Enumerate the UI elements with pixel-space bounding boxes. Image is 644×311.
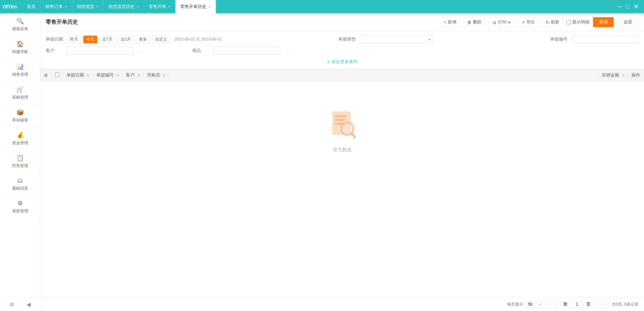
collapse-button[interactable]: ∧ 收起更多条件: [327, 59, 358, 65]
page-input[interactable]: [570, 301, 584, 308]
col-customer[interactable]: 客户 ⇅: [122, 69, 144, 81]
doc-type-select-wrapper: [360, 35, 434, 43]
customer-input[interactable]: [66, 47, 134, 55]
select-all-checkbox[interactable]: [55, 72, 59, 77]
sidebar-item-search[interactable]: 🔍 搜索采单: [0, 13, 40, 36]
display-detail-checkbox[interactable]: [566, 20, 571, 24]
close-icon[interactable]: ✕: [634, 3, 639, 10]
sidebar-item-purchase[interactable]: 🛒 采购管理: [0, 82, 40, 105]
tab-close-sales-return-history[interactable]: ×: [137, 4, 139, 9]
filter-row-1: 单据日期 昨天 今天 近7天 近1月 更多 自定义 2023-06-02 至 2…: [46, 35, 639, 43]
toolbar: + 新增 🗑 删除 🖨 打印 ▾ ↗ 导出 ↻ 刷新: [440, 17, 639, 28]
per-page-select[interactable]: 20 50 100 200: [526, 301, 542, 308]
prev-page-button[interactable]: ‹: [554, 301, 560, 308]
last-page-button[interactable]: »: [602, 301, 609, 308]
sidebar-item-quick-nav[interactable]: 🏠 快捷导航: [0, 36, 40, 59]
tab-close-sales-order[interactable]: ×: [65, 4, 67, 9]
per-page-label: 每页显示: [507, 302, 523, 307]
col-spacer: [169, 69, 598, 81]
sidebar-item-operations[interactable]: 📋 经营管理: [0, 150, 40, 173]
col-salesperson-sort: ⇅: [163, 73, 165, 77]
date-custom[interactable]: 自定义: [152, 36, 170, 43]
date-last-month[interactable]: 近1月: [118, 36, 134, 43]
sidebar-icon-search: 🔍: [16, 17, 24, 25]
doc-type-select[interactable]: [360, 35, 434, 43]
tab-close-sales-return[interactable]: ×: [96, 4, 99, 9]
sidebar-bottom: ⚙ ◀: [0, 298, 40, 311]
refresh-icon: ↻: [546, 20, 549, 25]
tab-home[interactable]: 首页: [22, 0, 41, 13]
sidebar-icon-finance: 💰: [16, 132, 24, 139]
add-label: 新增: [448, 19, 456, 25]
sidebar-item-basic-info[interactable]: 🗂 基础信息: [0, 173, 40, 196]
col-operation: 操作: [628, 69, 644, 81]
next-page-button[interactable]: ›: [593, 301, 599, 308]
date-more[interactable]: 更多: [136, 36, 150, 43]
empty-icon: [326, 108, 359, 142]
table-header-row: ⚙ 单据日期 ⇅ 单据编号 ⇅ 客户: [41, 69, 644, 81]
col-checkbox[interactable]: [52, 69, 63, 81]
settings-button[interactable]: 设置: [617, 17, 639, 28]
sidebar-icon-operations: 📋: [16, 154, 24, 162]
col-doc-no[interactable]: 单据编号 ⇅: [93, 69, 122, 81]
print-dropdown-icon: ▾: [508, 20, 510, 25]
main-layout: 🔍 搜索采单 🏠 快捷导航 📊 销售管理 🛒 采购管理 📦 库存核算 💰 资金管…: [0, 13, 644, 311]
brand-logo: OfTEn: [3, 4, 17, 9]
product-label: 商品: [192, 48, 209, 54]
svg-rect-3: [335, 123, 343, 124]
print-button[interactable]: 🖨 打印 ▾: [489, 17, 514, 27]
sidebar: 🔍 搜索采单 🏠 快捷导航 📊 销售管理 🛒 采购管理 📦 库存核算 💰 资金管…: [0, 13, 40, 311]
date-today[interactable]: 今天: [83, 36, 97, 43]
tab-retail-open[interactable]: 零售开单×: [144, 0, 176, 13]
sidebar-item-inventory[interactable]: 📦 库存核算: [0, 105, 40, 127]
customer-label: 客户: [46, 48, 62, 54]
product-picker-icon[interactable]: ...: [284, 48, 291, 53]
col-actual-amount[interactable]: 实销金额 ⇅: [598, 69, 628, 81]
col-actual-amount-sort: ⇅: [622, 73, 625, 77]
tab-retail-open-history[interactable]: 零售开单历史×: [176, 0, 216, 13]
col-settings[interactable]: ⚙: [41, 69, 52, 81]
tab-sales-return[interactable]: 销货退货×: [72, 0, 104, 13]
query-button[interactable]: 查询: [593, 17, 614, 27]
refresh-label: 刷新: [551, 19, 559, 25]
sidebar-label-basic-info: 基础信息: [12, 186, 28, 191]
sidebar-label-finance: 资金管理: [12, 140, 28, 146]
sidebar-collapse-icon[interactable]: ◀: [27, 301, 31, 308]
display-detail-toggle[interactable]: 显示明细: [566, 19, 590, 25]
tab-close-retail-open[interactable]: ×: [168, 4, 170, 9]
sidebar-icon-basic-info: 🗂: [17, 177, 23, 184]
date-last7[interactable]: 近7天: [99, 36, 116, 43]
col-doc-date[interactable]: 单据日期 ⇅: [63, 69, 93, 81]
sidebar-item-sales[interactable]: 📊 销售管理: [0, 59, 40, 82]
customer-picker-icon[interactable]: ...: [138, 48, 144, 53]
tab-close-retail-open-history[interactable]: ×: [208, 4, 211, 9]
total-info: 共0页, 0条记录: [612, 302, 639, 307]
export-label: 导出: [526, 19, 535, 25]
minimize-icon[interactable]: ─: [617, 3, 622, 10]
collapse-icon: ∧: [327, 59, 330, 64]
sidebar-item-system[interactable]: ⚙ 系统管理: [0, 196, 40, 218]
table-header: ⚙ 单据日期 ⇅ 单据编号 ⇅ 客户: [41, 69, 644, 81]
doc-type-label: 单据类型: [338, 36, 356, 42]
sidebar-item-finance[interactable]: 💰 资金管理: [0, 127, 40, 150]
export-button[interactable]: ↗ 导出: [517, 17, 539, 27]
delete-button[interactable]: 🗑 删除: [463, 17, 485, 27]
add-button[interactable]: + 新增: [440, 17, 460, 27]
export-icon: ↗: [521, 20, 525, 25]
col-actual-amount-label: 实销金额: [602, 72, 619, 77]
sidebar-label-operations: 经营管理: [12, 163, 28, 169]
tab-sales-return-history[interactable]: 销货退货历史×: [104, 0, 144, 13]
first-page-button[interactable]: «: [545, 301, 552, 308]
refresh-button[interactable]: ↻ 刷新: [542, 17, 563, 27]
col-customer-label: 客户: [126, 72, 135, 77]
tab-sales-order[interactable]: 销售订单×: [41, 0, 72, 13]
col-salesperson[interactable]: 导购员 ⇅: [143, 69, 169, 81]
product-input[interactable]: [213, 47, 280, 55]
maximize-icon[interactable]: □: [626, 3, 630, 10]
date-yesterday[interactable]: 昨天: [67, 36, 81, 43]
sidebar-icon-quick-nav: 🏠: [16, 40, 24, 48]
sidebar-settings-icon[interactable]: ⚙: [9, 301, 14, 308]
doc-no-input[interactable]: [572, 35, 639, 43]
print-icon: 🖨: [492, 20, 497, 25]
sidebar-label-quick-nav: 快捷导航: [12, 49, 28, 55]
